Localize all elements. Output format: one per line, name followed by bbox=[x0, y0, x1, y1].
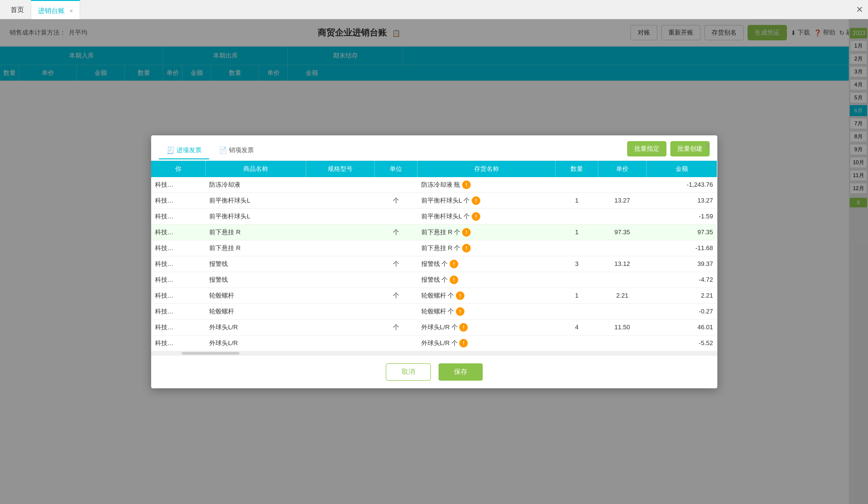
cell-amount: -0.27 bbox=[646, 303, 717, 319]
cell-unit bbox=[375, 177, 417, 193]
cell-amount: 39.37 bbox=[646, 256, 717, 272]
table-row[interactable]: 科技… 轮毂螺杆 个 轮毂螺杆 个 ! 1 2.21 2.21 bbox=[151, 288, 717, 303]
cell-company: 科技… bbox=[151, 335, 206, 351]
col-company: 你 bbox=[151, 161, 206, 177]
cell-spec bbox=[306, 319, 375, 335]
cell-inventory: 外球头L/R 个 ! bbox=[417, 319, 556, 335]
table-row[interactable]: 科技… 轮毂螺杆 轮毂螺杆 个 ! -0.27 bbox=[151, 303, 717, 319]
invoice-in-icon: 🧾 bbox=[166, 146, 175, 154]
cell-quantity bbox=[556, 240, 598, 256]
tab-close-ledger[interactable]: × bbox=[70, 8, 73, 14]
cell-quantity bbox=[556, 272, 598, 288]
col-inventory: 存货名称 bbox=[417, 161, 556, 177]
tab-purchase-invoice[interactable]: 🧾 进项发票 bbox=[159, 142, 209, 159]
col-quantity: 数量 bbox=[556, 161, 598, 177]
cell-product: 轮毂螺杆 bbox=[205, 303, 306, 319]
modal-header: 🧾 进项发票 📄 销项发票 批量指定 批量创建 × bbox=[151, 135, 717, 161]
col-spec: 规格型号 bbox=[306, 161, 375, 177]
warning-icon: ! bbox=[459, 339, 468, 348]
cell-amount: -1,243.76 bbox=[646, 177, 717, 193]
table-row[interactable]: 科技… 前平衡杆球头L 个 前平衡杆球头L 个 ! 1 13.27 13.27 bbox=[151, 192, 717, 208]
cell-product: 防冻冷却液 bbox=[205, 177, 306, 193]
cell-quantity bbox=[556, 303, 598, 319]
table-body: 科技… 防冻冷却液 防冻冷却液 瓶 ! -1,243.76 科技… 前平衡杆球头… bbox=[151, 177, 717, 351]
cell-unit bbox=[375, 208, 417, 224]
warning-icon: ! bbox=[450, 260, 458, 268]
table-row[interactable]: 科技… 外球头L/R 外球头L/R 个 ! -5.52 bbox=[151, 335, 717, 351]
cell-company: 科技… bbox=[151, 177, 206, 193]
batch-assign-button[interactable]: 批量指定 bbox=[627, 141, 666, 156]
cell-unit: 个 bbox=[375, 192, 417, 208]
tab-ledger[interactable]: 进销台账 × bbox=[31, 0, 80, 19]
cell-quantity: 4 bbox=[556, 319, 598, 335]
col-unit-price: 单价 bbox=[598, 161, 647, 177]
table-row[interactable]: 科技… 报警线 个 报警线 个 ! 3 13.12 39.37 bbox=[151, 256, 717, 272]
batch-create-button[interactable]: 批量创建 bbox=[670, 141, 710, 156]
warning-icon: ! bbox=[459, 323, 468, 332]
table-row[interactable]: 科技… 前下悬挂 R 前下悬挂 R 个 ! -11.68 bbox=[151, 240, 717, 256]
cell-product: 报警线 bbox=[205, 272, 306, 288]
cell-quantity: 1 bbox=[556, 192, 598, 208]
table-row[interactable]: 科技… 前平衡杆球头L 前平衡杆球头L 个 ! -1.59 bbox=[151, 208, 717, 224]
cell-unit-price: 13.27 bbox=[598, 192, 647, 208]
cell-company: 科技… bbox=[151, 319, 206, 335]
cell-product: 外球头L/R bbox=[205, 319, 306, 335]
cell-spec bbox=[306, 272, 375, 288]
tab-home[interactable]: 首页 bbox=[4, 0, 31, 19]
cell-quantity: 1 bbox=[556, 224, 598, 240]
invoice-table: 你 商品名称 规格型号 单位 存货名称 数量 单价 金额 科技… 防冻冷却液 bbox=[151, 161, 717, 351]
cancel-button[interactable]: 取消 bbox=[386, 363, 431, 381]
cell-spec bbox=[306, 177, 375, 193]
warning-icon: ! bbox=[456, 307, 464, 316]
warning-icon: ! bbox=[462, 228, 471, 237]
cell-spec bbox=[306, 208, 375, 224]
cell-inventory: 报警线 个 ! bbox=[417, 256, 556, 272]
cell-unit: 个 bbox=[375, 319, 417, 335]
cell-quantity bbox=[556, 208, 598, 224]
cell-spec bbox=[306, 256, 375, 272]
tab-sales-invoice[interactable]: 📄 销项发票 bbox=[211, 142, 262, 159]
cell-amount: -5.52 bbox=[646, 335, 717, 351]
cell-unit-price: 11.50 bbox=[598, 319, 647, 335]
col-unit: 单位 bbox=[375, 161, 417, 177]
modal-table-container[interactable]: 你 商品名称 规格型号 单位 存货名称 数量 单价 金额 科技… 防冻冷却液 bbox=[151, 161, 717, 351]
col-product: 商品名称 bbox=[205, 161, 306, 177]
cell-spec bbox=[306, 303, 375, 319]
cell-unit-price bbox=[598, 208, 647, 224]
cell-unit bbox=[375, 335, 417, 351]
cell-spec bbox=[306, 288, 375, 303]
cell-amount: 13.27 bbox=[646, 192, 717, 208]
cell-amount: 46.01 bbox=[646, 319, 717, 335]
cell-unit-price: 2.21 bbox=[598, 288, 647, 303]
cell-inventory: 前下悬挂 R 个 ! bbox=[417, 240, 556, 256]
cell-unit-price: 97.35 bbox=[598, 224, 647, 240]
cell-quantity bbox=[556, 335, 598, 351]
cell-spec bbox=[306, 240, 375, 256]
scroll-thumb bbox=[182, 352, 239, 355]
cell-amount: -1.59 bbox=[646, 208, 717, 224]
cell-amount: -11.68 bbox=[646, 240, 717, 256]
cell-quantity bbox=[556, 177, 598, 193]
table-row[interactable]: 科技… 前下悬挂 R 个 前下悬挂 R 个 ! 1 97.35 97.35 bbox=[151, 224, 717, 240]
table-row[interactable]: 科技… 报警线 报警线 个 ! -4.72 bbox=[151, 272, 717, 288]
cell-product: 外球头L/R bbox=[205, 335, 306, 351]
cell-inventory: 前平衡杆球头L 个 ! bbox=[417, 192, 556, 208]
cell-spec bbox=[306, 335, 375, 351]
cell-company: 科技… bbox=[151, 303, 206, 319]
scroll-bar[interactable] bbox=[151, 351, 717, 355]
cell-company: 科技… bbox=[151, 288, 206, 303]
window-close-button[interactable]: ✕ bbox=[856, 4, 863, 15]
table-row[interactable]: 科技… 外球头L/R 个 外球头L/R 个 ! 4 11.50 46.01 bbox=[151, 319, 717, 335]
modal-close-button[interactable]: × bbox=[705, 141, 711, 150]
table-row[interactable]: 科技… 防冻冷却液 防冻冷却液 瓶 ! -1,243.76 bbox=[151, 177, 717, 193]
warning-icon: ! bbox=[450, 276, 458, 284]
table-header-row: 你 商品名称 规格型号 单位 存货名称 数量 单价 金额 bbox=[151, 161, 717, 177]
cell-inventory: 前平衡杆球头L 个 ! bbox=[417, 208, 556, 224]
cell-inventory: 前下悬挂 R 个 ! bbox=[417, 224, 556, 240]
cell-amount: 2.21 bbox=[646, 288, 717, 303]
modal-dialog: 🧾 进项发票 📄 销项发票 批量指定 批量创建 × bbox=[151, 135, 717, 388]
cell-product: 前下悬挂 R bbox=[205, 224, 306, 240]
modal-footer: 取消 保存 bbox=[151, 355, 717, 388]
cell-unit: 个 bbox=[375, 224, 417, 240]
save-button[interactable]: 保存 bbox=[439, 363, 483, 381]
